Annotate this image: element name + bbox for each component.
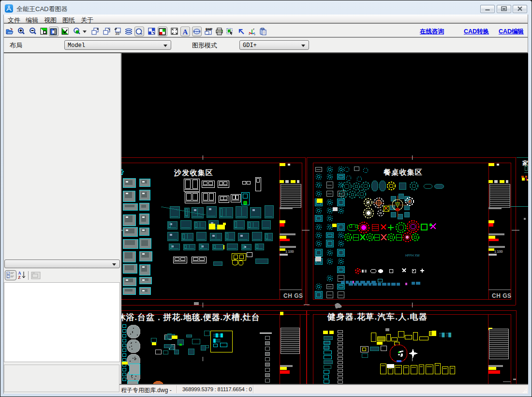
svg-text:Z: Z [18,275,21,280]
svg-text:HFFH XW: HFFH XW [405,254,420,257]
svg-text:y: y [254,33,255,35]
svg-text:x: x [249,32,250,35]
svg-text:1:100: 1:100 [285,250,294,253]
svg-text:35°: 35° [115,31,121,35]
svg-text:健身器.花草.汽车.人.电器: 健身器.花草.汽车.人.电器 [327,312,428,321]
svg-text:BMP: BMP [206,28,212,31]
svg-text:沙发收集区: 沙发收集区 [174,168,213,177]
svg-text:餐桌收集区: 餐桌收集区 [383,168,423,176]
svg-text:▒█ ▒█: ▒█ ▒█ [439,332,451,337]
svg-text:▒█▒█: ▒█▒█ [213,333,223,338]
svg-text:休浴.台盆．拼花.地毯.便器.水槽.灶台: 休浴.台盆．拼花.地毯.便器.水槽.灶台 [121,313,260,322]
svg-text:█▒▒: █▒▒ [213,338,221,343]
svg-text:CH GS: CH GS [492,292,512,299]
svg-text:CH GS: CH GS [283,292,303,299]
svg-text:z: z [253,28,254,31]
svg-text:1:100: 1:100 [494,250,503,253]
svg-text:A: A [183,28,188,36]
svg-text:家: 家 [522,160,528,167]
svg-text:+: + [7,272,9,275]
svg-text:+: + [7,275,9,278]
